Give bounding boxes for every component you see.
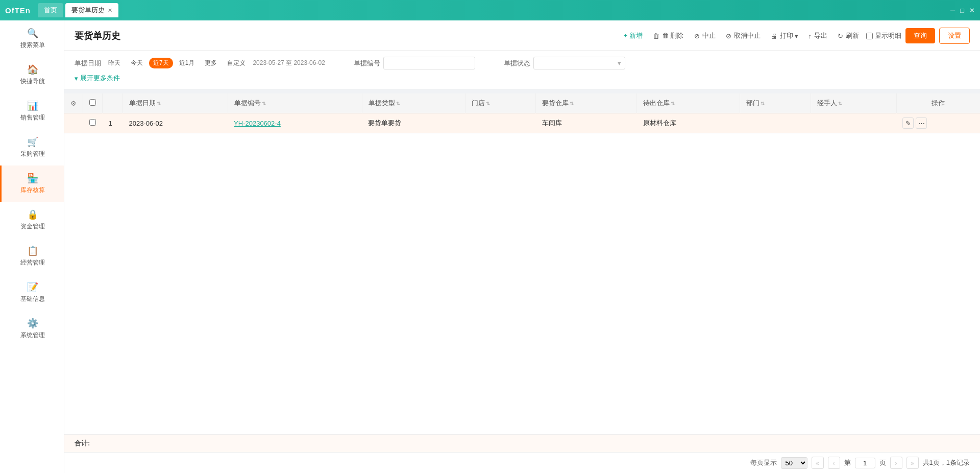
sidebar-item-sales-mgmt[interactable]: 📊 销售管理 [0,93,64,129]
table-action-header: 操作 [896,93,980,113]
expand-more-icon: ▾ [75,75,78,82]
row-docno-cell[interactable]: YH-20230602-4 [228,113,362,133]
maximize-btn[interactable]: □ [960,7,964,14]
show-detail-checkbox[interactable] [866,33,873,39]
filter-group-date: 单据日期 昨天 今天 近7天 近1月 更多 自定义 2023-05-27 至 2… [75,58,325,68]
row-checkbox-0[interactable] [89,119,96,126]
handler-sort-icon: ⇅ [838,101,842,106]
refresh-icon: ↻ [838,32,843,40]
delete-button[interactable]: 🗑 🗑 删除 [650,29,687,42]
table-docdate-header[interactable]: 单据日期⇅ [123,93,228,113]
first-page-btn[interactable]: « [812,457,824,469]
table-docno-header[interactable]: 单据编号⇅ [228,93,362,113]
chip-today[interactable]: 今天 [127,58,147,68]
print-dropdown-icon: ▾ [795,32,798,40]
table-checkbox-header [83,93,103,113]
table-store-header[interactable]: 门店⇅ [465,93,536,113]
status-select[interactable] [533,57,625,69]
query-button[interactable]: 查询 [905,28,935,43]
status-select-wrap [533,57,625,69]
row-checkbox-cell [83,113,103,133]
table-pendingwarehouse-header[interactable]: 待出仓库⇅ [637,93,740,113]
table-header-row: ⚙ 单据日期⇅ 单据编号⇅ 单据类型⇅ [64,93,980,113]
minimize-btn[interactable]: ─ [950,7,955,14]
sidebar-item-search-menu[interactable]: 🔍 搜索菜单 [0,20,64,57]
page-label-end: 页 [879,458,886,467]
pendingwarehouse-sort-icon: ⇅ [671,101,675,106]
page-size-select[interactable]: 50 20 100 [781,457,807,469]
content-area: 要货单历史 + 新增 🗑 🗑 删除 ⊘ 中止 ⊘ 取消中止 🖨 打印 [64,20,980,473]
table-body: 1 2023-06-02 YH-20230602-4 要货单要货 车间库 原材料… [64,113,980,133]
tab-close-icon[interactable]: ✕ [108,7,112,14]
prev-page-btn[interactable]: ‹ [828,457,840,469]
table-handler-header[interactable]: 经手人⇅ [811,93,896,113]
next-page-btn[interactable]: › [890,457,902,469]
sidebar-item-operations-mgmt-label: 经营管理 [20,258,45,267]
sidebar-item-purchase-mgmt[interactable]: 🛒 采购管理 [0,129,64,165]
cancel-stop-button[interactable]: ⊘ 取消中止 [723,29,764,42]
last-page-btn[interactable]: » [906,457,919,469]
date-filter-label: 单据日期 [75,59,101,68]
footer-bar: 合计: [64,434,980,452]
settings-button[interactable]: 设置 [939,28,970,44]
search-menu-icon: 🔍 [27,28,38,39]
inventory-icon: 🏪 [27,173,38,184]
sidebar-item-system-mgmt[interactable]: ⚙️ 系统管理 [0,311,64,347]
tab-requisition-history[interactable]: 要货单历史 ✕ [65,3,118,17]
select-all-checkbox[interactable] [89,99,96,106]
page-label: 第 [844,458,851,467]
store-sort-icon: ⇅ [486,101,490,106]
main-layout: 🔍 搜索菜单 🏠 快捷导航 📊 销售管理 🛒 采购管理 🏪 库存核算 🔒 资金管… [0,20,980,473]
table-row: 1 2023-06-02 YH-20230602-4 要货单要货 车间库 原材料… [64,113,980,133]
total-info: 共1页，1条记录 [923,458,970,467]
chip-more[interactable]: 更多 [201,58,221,68]
chip-custom[interactable]: 自定义 [223,58,250,68]
table-settings-header[interactable]: ⚙ [64,93,83,113]
doc-no-filter-label: 单据编号 [354,59,380,68]
row-edit-btn[interactable]: ✎ [902,117,914,129]
sidebar-item-quick-nav[interactable]: 🏠 快捷导航 [0,57,64,93]
row-num-cell: 1 [103,113,123,133]
sidebar-item-quick-nav-label: 快捷导航 [20,77,45,86]
filter-group-status: 单据状态 [504,57,630,69]
quick-nav-icon: 🏠 [27,64,38,75]
print-button[interactable]: 🖨 打印 ▾ [768,29,801,42]
page-input[interactable] [855,458,875,468]
dept-sort-icon: ⇅ [761,101,765,106]
show-detail-checkbox-label[interactable]: 显示明细 [866,31,901,40]
doc-no-input[interactable] [383,57,475,69]
docdate-sort-icon: ⇅ [157,101,161,106]
table-dept-header[interactable]: 部门⇅ [740,93,811,113]
toolbar: + 新增 🗑 🗑 删除 ⊘ 中止 ⊘ 取消中止 🖨 打印 ▾ [621,28,970,50]
sidebar-item-basic-info[interactable]: 📝 基础信息 [0,274,64,311]
row-more-btn[interactable]: ⋯ [916,117,927,129]
row-handler-cell [811,113,896,133]
filter-row: 单据日期 昨天 今天 近7天 近1月 更多 自定义 2023-05-27 至 2… [75,57,970,69]
export-button[interactable]: ↑ 导出 [805,29,831,42]
sidebar-item-system-mgmt-label: 系统管理 [20,331,45,340]
close-btn[interactable]: ✕ [969,7,975,14]
expand-more-btn[interactable]: ▾ 展开更多条件 [75,74,970,83]
row-action-cell: ✎ ⋯ [896,113,980,133]
chip-yesterday[interactable]: 昨天 [104,58,125,68]
table-reqwarehouse-header[interactable]: 要货仓库⇅ [536,93,637,113]
sidebar-item-finance-mgmt[interactable]: 🔒 资金管理 [0,202,64,238]
date-range-display: 2023-05-27 至 2023-06-02 [253,59,325,67]
refresh-button[interactable]: ↻ 刷新 [835,29,862,42]
docno-sort-icon: ⇅ [262,101,266,106]
sidebar-item-operations-mgmt[interactable]: 📋 经营管理 [0,238,64,274]
stop-button[interactable]: ⊘ 中止 [691,29,719,42]
top-bar: OfTEn 首页 要货单历史 ✕ ─ □ ✕ [0,0,980,20]
row-dept-cell [740,113,811,133]
chip-7days[interactable]: 近7天 [149,58,173,68]
new-button[interactable]: + 新增 [621,29,646,42]
sidebar-item-finance-mgmt-label: 资金管理 [20,222,45,231]
table-doctype-header[interactable]: 单据类型⇅ [362,93,465,113]
filter-group-docno: 单据编号 [354,57,475,69]
page-size-label: 每页显示 [750,458,777,467]
chip-1month[interactable]: 近1月 [175,58,199,68]
sidebar-item-purchase-mgmt-label: 采购管理 [20,150,45,158]
sidebar-item-inventory[interactable]: 🏪 库存核算 [0,165,64,202]
doctype-sort-icon: ⇅ [396,101,400,106]
tab-home[interactable]: 首页 [38,3,63,17]
